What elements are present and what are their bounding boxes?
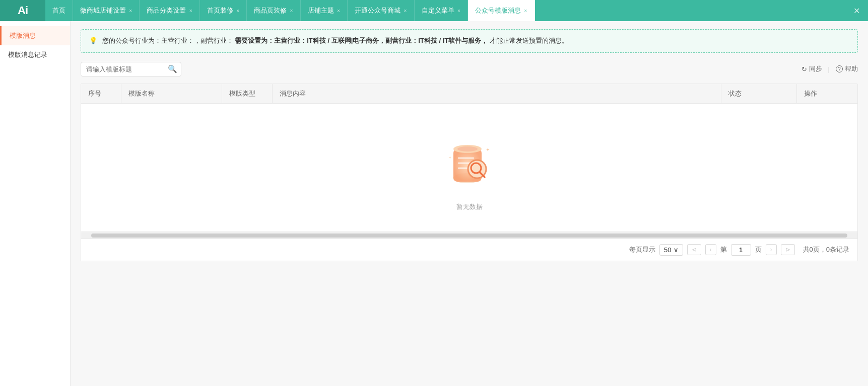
next-page-button[interactable]: › bbox=[766, 244, 777, 255]
page-label-after: 页 bbox=[755, 245, 762, 254]
close-tab-open-mall-icon[interactable]: × bbox=[404, 8, 407, 14]
first-page-button[interactable]: ⊲ bbox=[687, 244, 701, 255]
divider: | bbox=[828, 65, 830, 73]
data-table: 序号 模版名称 模版类型 消息内容 状态 操作 bbox=[81, 84, 858, 261]
search-left: 🔍 bbox=[81, 62, 181, 76]
last-page-button[interactable]: ⊳ bbox=[781, 244, 795, 255]
current-page-input[interactable] bbox=[731, 244, 751, 256]
col-header-seq: 序号 bbox=[81, 84, 121, 103]
col-header-status: 状态 bbox=[721, 84, 797, 103]
svg-point-3 bbox=[457, 146, 478, 151]
page-size-select[interactable]: 50 ∨ bbox=[659, 244, 683, 256]
empty-state: ✦ ✦ 暂无数据 bbox=[81, 104, 857, 231]
close-all-button[interactable]: ✕ bbox=[845, 6, 868, 16]
close-tab-custom-menu-icon[interactable]: × bbox=[457, 8, 460, 14]
search-bar: 🔍 ↻ 同步 | ? 帮助 bbox=[81, 62, 858, 76]
col-header-name: 模版名称 bbox=[121, 84, 222, 103]
nav-tab-template-msg[interactable]: 公众号模版消息× bbox=[468, 0, 535, 21]
sidebar-item-template-msg-records[interactable]: 模版消息记录 bbox=[0, 45, 70, 64]
sidebar-item-template-msg[interactable]: 模版消息 bbox=[0, 26, 70, 45]
nav-tab-custom-menu[interactable]: 自定义菜单× bbox=[415, 0, 468, 21]
logo: Ai bbox=[0, 0, 45, 21]
content-area: 💡 您的公众号行业为：主营行业：，副营行业： 需要设置为：主营行业：IT科技 /… bbox=[71, 21, 868, 386]
scrollbar-track bbox=[91, 234, 847, 238]
prev-page-button[interactable]: ‹ bbox=[705, 244, 716, 255]
nav-tabs: 首页微商城店铺设置×商品分类设置×首页装修×商品页装修×店铺主题×开通公众号商城… bbox=[45, 0, 845, 21]
nav-tab-shop-theme[interactable]: 店铺主题× bbox=[301, 0, 348, 21]
help-label: 帮助 bbox=[845, 64, 858, 73]
nav-tab-shop-settings[interactable]: 微商城店铺设置× bbox=[73, 0, 140, 21]
horizontal-scrollbar[interactable] bbox=[81, 231, 857, 239]
notice-suffix: 才能正常发送预置的消息。 bbox=[490, 37, 568, 44]
page-label-before: 第 bbox=[720, 245, 727, 254]
page-size-label: 每页显示 bbox=[629, 245, 655, 254]
sync-icon: ↻ bbox=[802, 65, 807, 73]
table-header: 序号 模版名称 模版类型 消息内容 状态 操作 bbox=[81, 84, 857, 104]
notice-box: 💡 您的公众号行业为：主营行业：，副营行业： 需要设置为：主营行业：IT科技 /… bbox=[81, 29, 858, 53]
svg-text:✦: ✦ bbox=[448, 156, 452, 160]
help-circle-icon: ? bbox=[836, 65, 843, 72]
close-tab-home-decor-icon[interactable]: × bbox=[236, 8, 239, 14]
sync-button[interactable]: ↻ 同步 bbox=[802, 64, 822, 73]
close-tab-category-settings-icon[interactable]: × bbox=[189, 8, 192, 14]
notice-icon: 💡 bbox=[89, 37, 97, 44]
search-right: ↻ 同步 | ? 帮助 bbox=[802, 64, 858, 73]
close-tab-template-msg-icon[interactable]: × bbox=[524, 8, 527, 14]
empty-icon: ✦ ✦ bbox=[439, 134, 500, 194]
close-tab-product-decor-icon[interactable]: × bbox=[290, 8, 293, 14]
nav-tab-open-mall[interactable]: 开通公众号商城× bbox=[348, 0, 414, 21]
svg-text:✦: ✦ bbox=[486, 147, 490, 152]
close-tab-shop-theme-icon[interactable]: × bbox=[337, 8, 340, 14]
search-input[interactable] bbox=[81, 62, 181, 76]
col-header-content: 消息内容 bbox=[273, 84, 721, 103]
nav-tab-product-decor[interactable]: 商品页装修× bbox=[247, 0, 300, 21]
close-tab-shop-settings-icon[interactable]: × bbox=[129, 8, 132, 14]
col-header-action: 操作 bbox=[797, 84, 857, 103]
notice-highlight: 需要设置为：主营行业：IT科技 / 互联网|电子商务，副营行业：IT科技 / I… bbox=[235, 37, 488, 44]
sidebar: 模版消息模版消息记录 bbox=[0, 21, 71, 386]
search-button[interactable]: 🔍 bbox=[168, 64, 177, 73]
col-header-type: 模版类型 bbox=[222, 84, 273, 103]
empty-text: 暂无数据 bbox=[456, 202, 483, 211]
pagination: 每页显示 50 ∨ ⊲ ‹ 第 页 › ⊳ 共0页，0条记录 bbox=[81, 239, 857, 261]
main-layout: 模版消息模版消息记录 💡 您的公众号行业为：主营行业：，副营行业： 需要设置为：… bbox=[0, 21, 868, 386]
nav-tab-home[interactable]: 首页 bbox=[45, 0, 73, 21]
nav-tab-home-decor[interactable]: 首页装修× bbox=[200, 0, 247, 21]
page-size-chevron-icon: ∨ bbox=[674, 246, 679, 254]
notice-prefix: 您的公众号行业为：主营行业：，副营行业： bbox=[102, 37, 233, 44]
nav-tab-category-settings[interactable]: 商品分类设置× bbox=[140, 0, 199, 21]
help-button[interactable]: ? 帮助 bbox=[836, 64, 858, 73]
page-size-value: 50 bbox=[664, 246, 671, 254]
total-info: 共0页，0条记录 bbox=[803, 245, 849, 254]
search-input-wrap: 🔍 bbox=[81, 62, 181, 76]
sync-label: 同步 bbox=[809, 64, 822, 73]
top-nav: Ai 首页微商城店铺设置×商品分类设置×首页装修×商品页装修×店铺主题×开通公众… bbox=[0, 0, 868, 21]
